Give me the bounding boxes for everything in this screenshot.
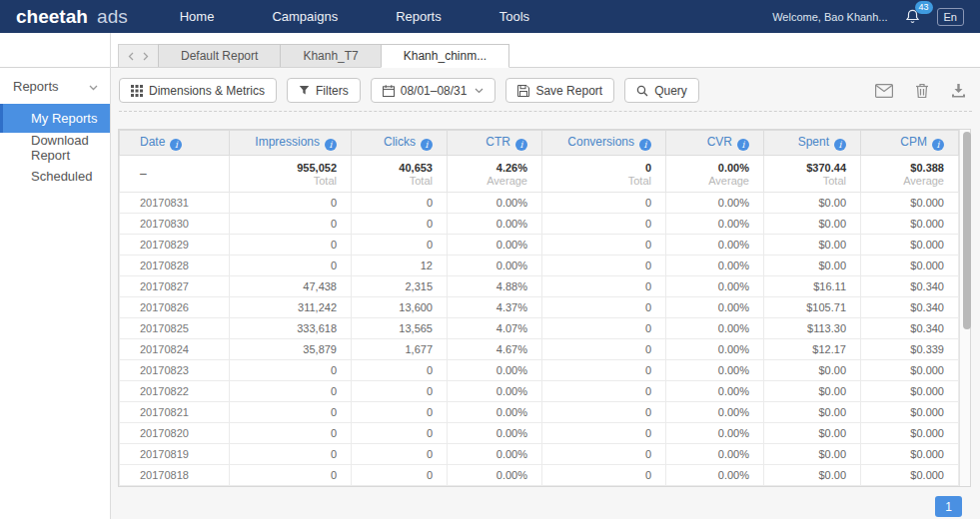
sidebar-item-label: Download Report xyxy=(31,133,110,163)
main-nav: Home Campaigns Reports Tools xyxy=(180,9,529,24)
totals-cell: 40,653Total xyxy=(352,156,448,193)
welcome-text[interactable]: Welcome, Bao Khanh... xyxy=(772,11,887,23)
mail-icon[interactable] xyxy=(875,84,893,98)
column-header-spent[interactable]: Spenti xyxy=(764,131,861,156)
column-header-ctr[interactable]: CTRi xyxy=(448,131,542,156)
sidebar-section-label: Reports xyxy=(13,79,59,94)
tab-scroll-left-icon[interactable] xyxy=(128,52,134,61)
tab-scroll-right-icon[interactable] xyxy=(143,52,149,61)
value-cell: 13,600 xyxy=(352,297,448,318)
column-label: CPM xyxy=(900,135,927,149)
info-icon[interactable]: i xyxy=(737,139,749,151)
table-header-row: DateiImpressionsiClicksiCTRiConversionsi… xyxy=(120,131,959,156)
nav-reports[interactable]: Reports xyxy=(396,9,442,24)
sidebar-top-spacer xyxy=(0,33,110,68)
info-icon[interactable]: i xyxy=(932,139,944,151)
value-cell: 0.00% xyxy=(666,444,764,465)
column-label: Conversions xyxy=(567,135,634,149)
sidebar-item-scheduled[interactable]: Scheduled xyxy=(0,162,110,191)
column-header-cvr[interactable]: CVRi xyxy=(666,131,764,156)
nav-home[interactable]: Home xyxy=(180,9,215,24)
value-cell: 0 xyxy=(542,402,666,423)
sidebar: Reports My Reports Download Report Sched… xyxy=(0,33,111,519)
value-cell: 0 xyxy=(542,381,666,402)
info-icon[interactable]: i xyxy=(639,139,651,151)
tab-khanh-chinm[interactable]: Khanh_chinm... xyxy=(381,44,509,68)
notifications-button[interactable]: 43 xyxy=(904,8,921,25)
info-icon[interactable]: i xyxy=(834,139,846,151)
sidebar-item-my-reports[interactable]: My Reports xyxy=(0,104,110,133)
value-cell: 0.00% xyxy=(448,256,542,276)
totals-cell: 0Total xyxy=(542,156,666,193)
value-cell: 0.00% xyxy=(666,193,764,214)
value-cell: $0.000 xyxy=(861,214,959,235)
navbar-right: Welcome, Bao Khanh... 43 En xyxy=(772,8,964,26)
sidebar-section-reports[interactable]: Reports xyxy=(0,68,110,104)
value-cell: $0.000 xyxy=(861,381,959,402)
value-cell: $0.339 xyxy=(861,339,959,360)
value-cell: $16.11 xyxy=(764,276,861,297)
value-cell: 0 xyxy=(352,381,448,402)
value-cell: 0.00% xyxy=(666,297,764,318)
table-row: 20170830000.00%00.00%$0.00$0.000 xyxy=(120,214,959,235)
username: Bao Khanh... xyxy=(824,11,888,23)
value-cell: 4.88% xyxy=(448,276,542,297)
save-report-button[interactable]: Save Report xyxy=(505,78,614,103)
value-cell: 0 xyxy=(230,256,352,276)
table-row: 201708280120.00%00.00%$0.00$0.000 xyxy=(120,256,959,276)
scrollbar-thumb[interactable] xyxy=(963,132,971,329)
date-cell: 20170830 xyxy=(120,214,230,235)
report-table-container: DateiImpressionsiClicksiCTRiConversionsi… xyxy=(118,129,971,487)
value-cell: $113.30 xyxy=(764,318,861,339)
language-selector[interactable]: En xyxy=(937,8,964,26)
sidebar-item-download-report[interactable]: Download Report xyxy=(0,133,110,162)
filters-button[interactable]: Filters xyxy=(287,78,361,103)
value-cell: 0.00% xyxy=(666,256,764,276)
download-icon[interactable] xyxy=(951,83,966,98)
column-header-conversions[interactable]: Conversionsi xyxy=(542,131,666,156)
value-cell: $0.000 xyxy=(861,402,959,423)
value-cell: 0 xyxy=(352,193,448,214)
info-icon[interactable]: i xyxy=(421,139,433,151)
dimensions-metrics-button[interactable]: Dimensions & Metrics xyxy=(119,78,277,103)
info-icon[interactable]: i xyxy=(170,139,182,151)
column-header-clicks[interactable]: Clicksi xyxy=(352,131,448,156)
tab-default-report[interactable]: Default Report xyxy=(158,44,281,67)
date-range-button[interactable]: 08/01–08/31 xyxy=(371,78,496,103)
totals-date-cell: – xyxy=(120,156,230,193)
value-cell: 0 xyxy=(542,339,666,360)
pagination-page-1[interactable]: 1 xyxy=(935,496,962,517)
save-report-label: Save Report xyxy=(535,84,602,98)
date-range-label: 08/01–08/31 xyxy=(401,84,468,98)
brand-logo[interactable]: cheetah ads xyxy=(16,6,128,28)
column-header-date[interactable]: Datei xyxy=(120,131,230,156)
value-cell: 0 xyxy=(230,381,352,402)
table-scrollbar[interactable] xyxy=(959,130,970,486)
value-cell: $0.000 xyxy=(861,193,959,214)
column-header-cpm[interactable]: CPMi xyxy=(861,131,959,156)
value-cell: 0 xyxy=(352,402,448,423)
value-cell: 35,879 xyxy=(230,339,352,360)
welcome-label: Welcome, xyxy=(772,11,821,23)
value-cell: 0.00% xyxy=(448,235,542,256)
totals-cell: $0.388Average xyxy=(861,156,959,193)
filters-label: Filters xyxy=(316,84,349,98)
table-row: 20170820000.00%00.00%$0.00$0.000 xyxy=(120,423,959,444)
info-icon[interactable]: i xyxy=(325,139,337,151)
value-cell: 333,618 xyxy=(230,318,352,339)
date-cell: 20170821 xyxy=(120,402,230,423)
value-cell: 0.00% xyxy=(448,465,542,486)
trash-icon[interactable] xyxy=(915,83,929,99)
value-cell: $0.00 xyxy=(764,402,861,423)
nav-campaigns[interactable]: Campaigns xyxy=(272,9,338,24)
value-cell: $0.00 xyxy=(764,193,861,214)
column-header-impressions[interactable]: Impressionsi xyxy=(230,131,352,156)
nav-tools[interactable]: Tools xyxy=(499,9,529,24)
info-icon[interactable]: i xyxy=(515,139,527,151)
value-cell: 0 xyxy=(542,318,666,339)
query-button[interactable]: Query xyxy=(624,78,699,103)
main-content: Default Report Khanh_T7 Khanh_chinm... D… xyxy=(111,33,980,519)
value-cell: 0 xyxy=(230,444,352,465)
value-cell: 0.00% xyxy=(666,214,764,235)
tab-khanh-t7[interactable]: Khanh_T7 xyxy=(280,44,381,67)
